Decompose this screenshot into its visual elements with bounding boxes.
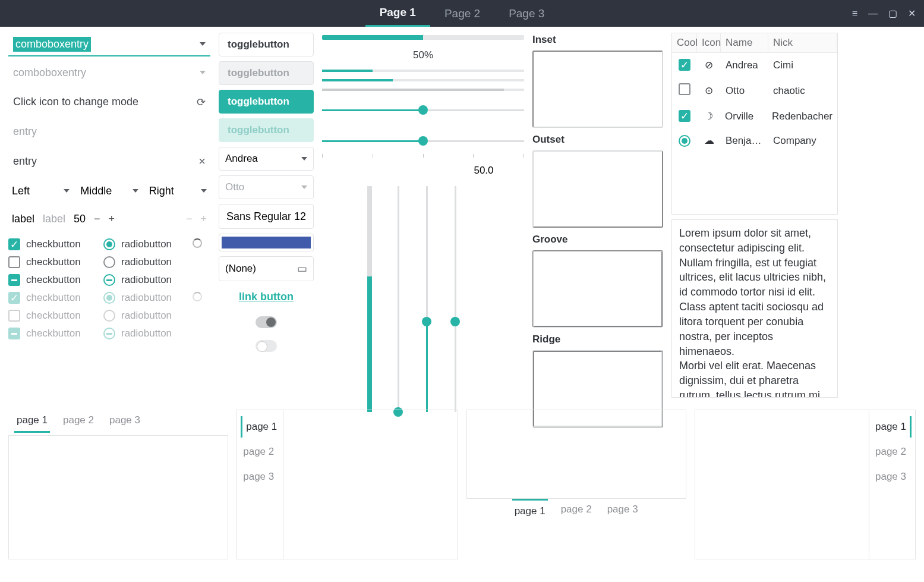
checkbox-icon[interactable] — [679, 83, 690, 95]
checkbutton-1[interactable]: ✓checkbutton — [8, 238, 103, 250]
spin-plus-icon[interactable]: + — [109, 213, 115, 225]
nb-tab-2[interactable]: page 2 — [241, 441, 279, 463]
comboboxentry-2: comboboxentry — [8, 61, 210, 85]
combo-otto: Otto — [219, 175, 314, 199]
header-tab-page1[interactable]: Page 1 — [365, 0, 430, 27]
notebook-bottom-tabs: page 1 page 2 page 3 — [466, 410, 686, 559]
nb-tab-3[interactable]: page 3 — [241, 466, 279, 487]
nb-tab-1[interactable]: page 1 — [873, 416, 912, 438]
minimize-icon[interactable]: — — [868, 8, 878, 19]
maximize-icon[interactable]: ▢ — [888, 8, 897, 19]
clear-icon[interactable]: × — [198, 155, 206, 168]
mode-entry-label: Click icon to change mode — [13, 96, 138, 108]
nb-tab-1[interactable]: page 1 — [14, 410, 50, 433]
tree-row[interactable]: ✓ ☽ Orville Redenbacher — [672, 104, 837, 128]
entry-input-2[interactable] — [13, 155, 198, 168]
chevron-down-icon[interactable] — [200, 42, 206, 46]
nb-tab-2[interactable]: page 2 — [873, 441, 912, 463]
combo-right[interactable]: Right — [146, 179, 210, 203]
spin-label-1: label — [12, 213, 34, 225]
nb-tab-2[interactable]: page 2 — [559, 499, 594, 522]
radiobutton-2[interactable]: radiobutton — [103, 256, 193, 268]
warning-icon: ⊙ — [697, 81, 721, 100]
progress-label: 50% — [322, 49, 524, 61]
spin-minus-icon[interactable]: − — [94, 213, 100, 225]
slider-1[interactable] — [322, 104, 524, 116]
treeview-col-cool[interactable]: Cool — [672, 33, 697, 52]
levelbar-3 — [322, 89, 524, 91]
togglebutton-3[interactable]: togglebutton — [219, 90, 314, 114]
checkbutton-2[interactable]: checkbutton — [8, 256, 103, 268]
mode-entry[interactable]: Click icon to change mode ⟳ — [8, 90, 210, 115]
link-button[interactable]: link button — [219, 286, 314, 308]
moon-icon: ☽ — [697, 106, 721, 126]
entry-input-1[interactable] — [13, 125, 206, 138]
checkbutton-5: checkbutton — [8, 310, 103, 322]
entry-with-clear[interactable]: × — [8, 149, 210, 174]
switch-off[interactable] — [256, 340, 277, 352]
file-chooser-button[interactable]: (None)▭ — [219, 256, 314, 281]
spinner-icon — [193, 238, 202, 248]
nb-tab-3[interactable]: page 3 — [107, 410, 143, 433]
nb-tab-1[interactable]: page 1 — [512, 499, 548, 522]
spin-value: 50 — [74, 213, 86, 225]
comboboxentry-2-placeholder: comboboxentry — [13, 67, 86, 79]
radiobutton-3[interactable]: radiobutton — [103, 274, 193, 286]
nb-tab-2[interactable]: page 2 — [61, 410, 96, 433]
frame-label-inset: Inset — [532, 34, 663, 46]
chevron-down-icon[interactable] — [201, 189, 207, 193]
entry-placeholder[interactable] — [8, 119, 210, 144]
frame-label-groove: Groove — [532, 234, 663, 246]
spin-minus-icon: − — [186, 213, 193, 225]
tree-row[interactable]: ☁ Benja… Company — [672, 128, 837, 153]
header-tab-page2[interactable]: Page 2 — [430, 0, 494, 27]
vertical-slider-4 — [449, 186, 461, 412]
checkbox-icon[interactable]: ✓ — [679, 59, 690, 71]
spin-control-2: − + — [186, 213, 207, 225]
radio-icon[interactable] — [679, 135, 690, 147]
combo-middle[interactable]: Middle — [77, 179, 141, 203]
radiobutton-1[interactable]: radiobutton — [103, 238, 193, 250]
vertical-slider-2[interactable] — [392, 186, 404, 412]
checkbox-icon[interactable]: ✓ — [679, 110, 690, 122]
header-tab-page3[interactable]: Page 3 — [494, 0, 559, 27]
nb-tab-1[interactable]: page 1 — [241, 416, 279, 438]
column-entries: comboboxentry comboboxentry Click icon t… — [8, 33, 210, 427]
nb-tab-3[interactable]: page 3 — [873, 466, 912, 487]
nb-tab-3[interactable]: page 3 — [605, 499, 641, 522]
checkbutton-4: ✓checkbutton — [8, 292, 103, 304]
column-right: Cool Icon Name Nick ✓ ⊘ Andrea Cimi ⊙ Ot… — [671, 33, 838, 427]
textview[interactable]: Lorem ipsum dolor sit amet, consectetur … — [671, 219, 838, 398]
treeview[interactable]: Cool Icon Name Nick ✓ ⊘ Andrea Cimi ⊙ Ot… — [671, 33, 838, 215]
treeview-col-nick[interactable]: Nick — [768, 33, 837, 52]
chevron-down-icon[interactable] — [64, 189, 70, 193]
chevron-down-icon[interactable] — [301, 157, 307, 161]
refresh-icon[interactable]: ⟳ — [197, 96, 206, 109]
togglebutton-1[interactable]: togglebutton — [219, 33, 314, 56]
slider-value-label: 50.0 — [443, 165, 524, 177]
vertical-slider-3[interactable] — [421, 186, 433, 412]
chevron-down-icon[interactable] — [133, 189, 138, 193]
combo-andrea[interactable]: Andrea — [219, 147, 314, 171]
vertical-slider-1[interactable] — [364, 186, 376, 412]
tree-row[interactable]: ✓ ⊘ Andrea Cimi — [672, 53, 837, 77]
color-button[interactable] — [219, 234, 314, 251]
slider-2[interactable] — [322, 135, 524, 147]
checkmark-circle-icon: ⊘ — [697, 55, 721, 75]
switch-on[interactable] — [256, 316, 277, 328]
check-radio-grid: ✓checkbutton radiobutton checkbutton rad… — [8, 238, 210, 339]
checkbutton-3[interactable]: checkbutton — [8, 274, 103, 286]
tree-row[interactable]: ⊙ Otto chaotic — [672, 77, 837, 104]
treeview-col-icon[interactable]: Icon — [697, 33, 721, 52]
comboboxentry-1[interactable]: comboboxentry — [8, 33, 210, 56]
treeview-col-name[interactable]: Name — [721, 33, 768, 52]
levelbar-2 — [322, 79, 524, 81]
combo-left[interactable]: Left — [8, 179, 73, 203]
font-button[interactable]: Sans Regular12 — [219, 204, 314, 229]
spin-control-1[interactable]: 50 − + — [74, 213, 115, 225]
hamburger-icon[interactable]: ≡ — [852, 8, 857, 19]
close-icon[interactable]: ✕ — [908, 8, 916, 19]
file-open-icon[interactable]: ▭ — [297, 262, 307, 275]
column-frames: Inset Outset Groove Ridge — [532, 33, 663, 427]
slider-ticks — [322, 154, 524, 158]
